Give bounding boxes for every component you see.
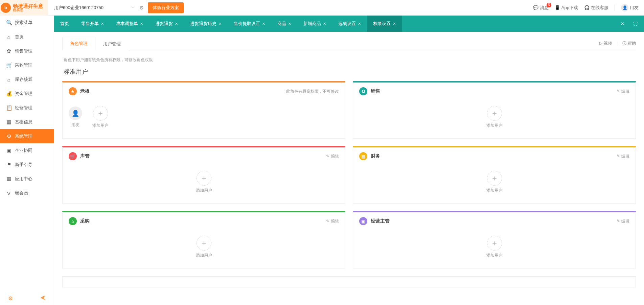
sidebar-icon: ▣ [6, 147, 12, 154]
close-icon[interactable]: ✕ [262, 22, 265, 26]
settings-icon[interactable]: ⚙ [8, 295, 13, 302]
plus-icon: ＋ [197, 171, 211, 186]
sidebar-item-label: 首页 [15, 34, 24, 40]
add-user[interactable]: ＋添加用户 [486, 236, 503, 258]
main: 首页零售开单✕成本调整单✕进货退货✕进货退货历史✕售价提取设置✕商品✕新增商品✕… [54, 16, 644, 305]
support-link[interactable]: 🎧 在线客服 [584, 5, 608, 11]
sidebar-item-6[interactable]: 📋经营管理 [0, 101, 54, 115]
add-user-label: 添加用户 [196, 188, 212, 193]
plus-icon: ＋ [487, 171, 502, 186]
close-icon[interactable]: ✕ [393, 22, 396, 26]
tab-role-management[interactable]: 角色管理 [62, 37, 95, 50]
edit-icon: ✎ [617, 89, 620, 94]
video-help-link[interactable]: ▷ 视频 [599, 41, 612, 46]
user-menu[interactable]: 👤 用友 [621, 4, 639, 11]
close-icon[interactable]: ✕ [175, 22, 178, 26]
sidebar-item-11[interactable]: ▦应用中心 [0, 172, 54, 186]
headset-icon: 🎧 [584, 5, 590, 10]
section-title: 标准用户 [62, 65, 636, 81]
workspace-tab-4[interactable]: 进货退货历史✕ [184, 16, 228, 32]
workspace-tab-3[interactable]: 进货退货✕ [149, 16, 184, 32]
fullscreen-button[interactable]: ⛶ [630, 19, 640, 28]
sidebar-item-7[interactable]: ▦基础信息 [0, 115, 54, 129]
sidebar-item-0[interactable]: 🔍搜索菜单 [0, 16, 54, 30]
workspace-tab-8[interactable]: 选项设置✕ [332, 16, 367, 32]
tab-label: 进货退货历史 [190, 21, 216, 27]
user-item[interactable]: 👤用友 [69, 107, 82, 128]
workspace-tab-0[interactable]: 首页 [54, 16, 75, 32]
add-user[interactable]: ＋添加用户 [196, 171, 212, 193]
top-links: 💬 消息 5 📱 App下载 🎧 在线客服 👤 用友 [533, 4, 639, 11]
role-icon: 🛒 [69, 152, 77, 160]
sidebar-item-1[interactable]: ⌂首页 [0, 30, 54, 44]
sidebar-item-9[interactable]: ▣企业协同 [0, 143, 54, 158]
sidebar-footer: ⚙ ⮜ [0, 292, 54, 305]
page-hint: 角色下用户拥有该角色所有权限，可修改角色权限 [62, 52, 636, 65]
tab-bar: 首页零售开单✕成本调整单✕进货退货✕进货退货历史✕售价提取设置✕商品✕新增商品✕… [54, 16, 644, 32]
gear-icon[interactable]: ⚙ [139, 5, 144, 11]
trial-button[interactable]: 体验行业方案 [148, 2, 184, 13]
workspace-tab-5[interactable]: 售价提取设置✕ [228, 16, 271, 32]
help-link[interactable]: ⓘ 帮助 [622, 41, 636, 46]
app-download-link[interactable]: 📱 App下载 [555, 5, 578, 11]
sidebar-item-5[interactable]: 💰资金管理 [0, 87, 54, 101]
add-user[interactable]: ＋添加用户 [92, 106, 109, 128]
sidebar-item-label: 企业协同 [15, 147, 32, 154]
sidebar-item-12[interactable]: V畅会员 [0, 186, 54, 200]
page-tabs: 角色管理 用户管理 ▷ 视频 | ⓘ 帮助 [62, 37, 636, 50]
edit-icon: ✎ [326, 219, 329, 224]
role-card-5: ▣经营主管✎编辑＋添加用户 [353, 211, 636, 268]
sidebar-item-4[interactable]: ⌂库存核算 [0, 72, 54, 87]
plus-icon: ＋ [487, 236, 502, 251]
close-icon[interactable]: ✕ [218, 22, 222, 26]
edit-button[interactable]: ✎编辑 [617, 218, 629, 224]
close-all-tabs-button[interactable]: ✕ [618, 19, 627, 28]
role-name: 库管 [80, 153, 90, 159]
messages-link[interactable]: 💬 消息 5 [533, 5, 549, 11]
workspace-tab-2[interactable]: 成本调整单✕ [110, 16, 149, 32]
close-icon[interactable]: ✕ [358, 22, 361, 26]
close-icon[interactable]: ✕ [288, 22, 291, 26]
workspace-tab-7[interactable]: 新增商品✕ [297, 16, 332, 32]
tab-label: 选项设置 [338, 21, 356, 27]
sidebar-item-10[interactable]: ⚑新手引导 [0, 158, 54, 172]
sidebar-icon: ⚑ [6, 162, 12, 168]
edit-button[interactable]: ✎编辑 [617, 154, 629, 159]
workspace-tab-6[interactable]: 商品✕ [271, 16, 297, 32]
role-name: 经营主管 [371, 218, 390, 224]
role-name: 老板 [80, 88, 90, 94]
sidebar-item-label: 搜索菜单 [15, 20, 32, 26]
sidebar-item-label: 应用中心 [15, 176, 32, 182]
sidebar-icon: 📋 [6, 105, 12, 111]
edit-button[interactable]: ✎编辑 [326, 218, 339, 224]
sidebar-item-8[interactable]: ⚙系统管理 [0, 129, 54, 143]
edit-button[interactable]: ✎编辑 [326, 154, 339, 159]
chat-icon: 💬 [533, 5, 538, 10]
logo-icon: b [1, 3, 11, 13]
workspace-tab-1[interactable]: 零售开单✕ [75, 16, 110, 32]
edit-icon: ✎ [617, 154, 620, 159]
close-icon[interactable]: ✕ [101, 22, 104, 26]
add-user[interactable]: ＋添加用户 [486, 171, 503, 193]
workspace-tab-9[interactable]: 权限设置✕ [367, 16, 402, 32]
sidebar-item-label: 资金管理 [15, 91, 32, 97]
close-icon[interactable]: ✕ [323, 22, 326, 26]
plus-icon: ＋ [197, 236, 211, 251]
sidebar-item-label: 采购管理 [15, 62, 32, 68]
role-body: ＋添加用户 [353, 230, 636, 268]
collapse-icon[interactable]: ⮜ [40, 295, 46, 302]
avatar-icon: 👤 [69, 107, 82, 120]
edit-button[interactable]: ✎编辑 [617, 89, 629, 94]
sidebar-icon: 🔍 [6, 20, 12, 26]
role-icon: ▦ [359, 152, 367, 160]
sidebar-item-label: 畅会员 [15, 190, 28, 196]
sidebar-item-3[interactable]: 🛒采购管理 [0, 58, 54, 72]
tenant-select[interactable]: 用户690企业1660120750 ﹀ [54, 5, 135, 11]
sidebar-item-2[interactable]: ✿销售管理 [0, 44, 54, 58]
sidebar-item-label: 基础信息 [15, 119, 32, 125]
add-user[interactable]: ＋添加用户 [196, 236, 212, 258]
tab-user-management[interactable]: 用户管理 [95, 37, 129, 50]
role-body: ＋添加用户 [353, 165, 636, 203]
add-user[interactable]: ＋添加用户 [486, 106, 503, 128]
close-icon[interactable]: ✕ [140, 22, 143, 26]
